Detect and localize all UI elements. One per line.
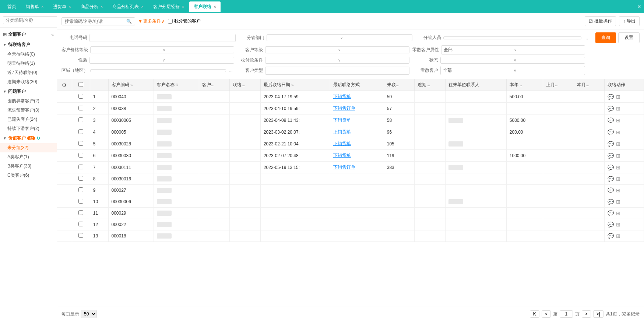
- tab-customer-segment[interactable]: 客户分层经营 ×: [149, 1, 189, 12]
- cell-checkbox[interactable]: [72, 162, 90, 173]
- region-select[interactable]: [90, 69, 226, 72]
- message-icon[interactable]: 💬: [608, 187, 614, 193]
- sidebar-item-7days[interactable]: 近7天待联络(0): [0, 68, 57, 77]
- close-icon[interactable]: ×: [68, 4, 71, 9]
- row-checkbox[interactable]: [78, 141, 83, 146]
- sidebar-item-churn-warning[interactable]: 流失预警客户(3): [0, 106, 57, 115]
- close-all-button[interactable]: ×: [637, 3, 641, 11]
- close-icon[interactable]: ×: [41, 4, 43, 9]
- cell-name[interactable]: [154, 219, 199, 230]
- sort-icon[interactable]: ⇅: [130, 83, 133, 87]
- cell-last-contact-way[interactable]: [330, 196, 384, 208]
- row-checkbox[interactable]: [78, 129, 83, 134]
- tab-home[interactable]: 首页: [3, 1, 21, 12]
- grid-action-icon[interactable]: ⊞: [616, 141, 620, 147]
- message-icon[interactable]: 💬: [608, 199, 614, 205]
- grid-action-icon[interactable]: ⊞: [616, 129, 620, 135]
- cell-checkbox[interactable]: [72, 230, 90, 242]
- cell-name[interactable]: [154, 103, 199, 114]
- grid-action-icon[interactable]: ⊞: [616, 233, 620, 239]
- cell-name[interactable]: [154, 91, 199, 103]
- payment-select[interactable]: ∨: [265, 57, 410, 64]
- cell-name[interactable]: [154, 114, 199, 126]
- sidebar-item-overdue[interactable]: 逾期未联络(30): [0, 77, 57, 87]
- row-checkbox[interactable]: [78, 165, 83, 169]
- grid-action-icon[interactable]: ⊞: [616, 210, 620, 216]
- cell-checkbox[interactable]: [72, 208, 90, 219]
- sidebar-item-class-c[interactable]: C类客户(6): [0, 171, 57, 180]
- row-checkbox[interactable]: [78, 153, 83, 158]
- cell-checkbox[interactable]: [72, 185, 90, 196]
- message-icon[interactable]: 💬: [608, 153, 614, 159]
- sidebar-item-churned[interactable]: 已流失客户(24): [0, 115, 57, 124]
- more-icon[interactable]: ...: [228, 68, 234, 73]
- cell-checkbox[interactable]: [72, 150, 90, 162]
- phone-input[interactable]: [89, 34, 236, 42]
- message-icon[interactable]: 💬: [608, 210, 614, 216]
- tab-purchase-order[interactable]: 进货单 ×: [49, 1, 75, 12]
- next-page-button[interactable]: >: [582, 310, 591, 318]
- grid-action-icon[interactable]: ⊞: [616, 222, 620, 227]
- cell-checkbox[interactable]: [72, 196, 90, 208]
- message-icon[interactable]: 💬: [608, 94, 614, 100]
- settings-icon[interactable]: ⚙: [62, 82, 67, 88]
- message-icon[interactable]: 💬: [608, 117, 614, 123]
- col-contact-header[interactable]: 联络...: [230, 79, 261, 91]
- collapse-icon[interactable]: «: [51, 32, 54, 37]
- message-icon[interactable]: 💬: [608, 222, 614, 227]
- grid-action-icon[interactable]: ⊞: [616, 199, 620, 205]
- cell-last-contact-way[interactable]: 下销货单: [330, 138, 384, 150]
- first-page-button[interactable]: K: [530, 310, 539, 318]
- grid-action-icon[interactable]: ⊞: [616, 176, 620, 182]
- sidebar-item-hoarding[interactable]: 囤购异常客户(2): [0, 96, 57, 106]
- refresh-icon[interactable]: ↻: [36, 136, 40, 141]
- row-checkbox[interactable]: [78, 94, 83, 99]
- col-last-contact-way-header[interactable]: 最后联络方式: [330, 79, 384, 91]
- cell-name[interactable]: [154, 138, 199, 150]
- cell-checkbox[interactable]: [72, 103, 90, 114]
- scatter-attr-select[interactable]: 全部 ∨: [441, 45, 585, 54]
- cell-last-contact-way[interactable]: [330, 185, 384, 196]
- sort-icon[interactable]: ⇅: [175, 83, 178, 87]
- tab-customer-contact[interactable]: 客户联络 ×: [189, 1, 220, 12]
- prev-page-button[interactable]: <: [542, 310, 551, 318]
- row-checkbox[interactable]: [78, 106, 83, 110]
- cell-checkbox[interactable]: [72, 114, 90, 126]
- close-icon[interactable]: ×: [214, 4, 216, 9]
- grid-action-icon[interactable]: ⊞: [616, 165, 620, 170]
- message-icon[interactable]: 💬: [608, 176, 614, 182]
- cell-checkbox[interactable]: [72, 126, 90, 138]
- tab-sales-order[interactable]: 销售单 ×: [21, 1, 48, 12]
- sidebar-item-class-a[interactable]: A类客户(1): [0, 152, 57, 162]
- cell-name[interactable]: [154, 185, 199, 196]
- cell-last-contact-way[interactable]: 下销货单: [330, 114, 384, 126]
- cell-checkbox[interactable]: [72, 91, 90, 103]
- customer-level-select[interactable]: ∨: [265, 46, 410, 53]
- cell-last-contact-way[interactable]: [330, 219, 384, 230]
- col-type-header[interactable]: 客户...: [199, 79, 230, 91]
- per-page-select[interactable]: 50: [81, 310, 97, 318]
- col-this-month-header[interactable]: 本月...: [574, 79, 605, 91]
- sidebar-item-declining[interactable]: 持续下滑客户(2): [0, 124, 57, 133]
- sidebar-all-customers[interactable]: ⊞ 全部客户 «: [0, 29, 57, 40]
- row-checkbox[interactable]: [78, 176, 83, 181]
- close-icon[interactable]: ×: [101, 4, 103, 9]
- col-name-header[interactable]: 客户名称⇅: [154, 79, 199, 91]
- cell-name[interactable]: [154, 150, 199, 162]
- customer-type-input[interactable]: [265, 67, 410, 75]
- cell-last-contact-way[interactable]: [330, 208, 384, 219]
- cell-name[interactable]: [154, 126, 199, 138]
- cell-name[interactable]: [154, 230, 199, 242]
- cell-checkbox[interactable]: [72, 138, 90, 150]
- cell-name[interactable]: [154, 196, 199, 208]
- filter-search-box[interactable]: 🔍: [61, 17, 135, 25]
- filter-search-input[interactable]: [65, 19, 125, 24]
- sidebar-item-ungrouped[interactable]: 未分组(32): [0, 143, 57, 152]
- scatter-customer-select[interactable]: 全部 ∨: [440, 66, 585, 75]
- query-button[interactable]: 查询: [595, 32, 616, 43]
- row-checkbox[interactable]: [78, 187, 83, 192]
- last-page-button[interactable]: >|: [593, 310, 603, 318]
- col-company-contact-header[interactable]: 往来单位联系人: [446, 79, 507, 91]
- sidebar-group-pending[interactable]: ▼ 待联络客户: [0, 40, 57, 50]
- col-settings[interactable]: ⚙: [57, 79, 72, 91]
